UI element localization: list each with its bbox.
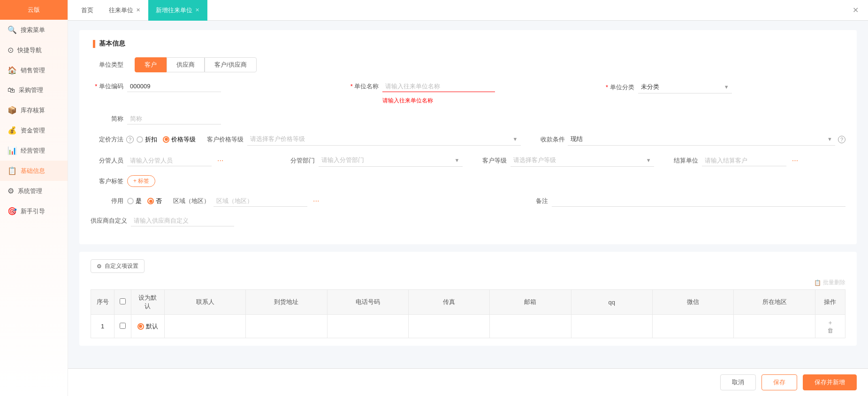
add-tag-button[interactable]: + 标签	[127, 175, 155, 187]
qq-input[interactable]	[576, 323, 648, 330]
clipboard-icon: 📋	[8, 166, 17, 175]
sidebar: 云版 🔍 搜索菜单 ⊙ 快捷导航 🏠 销售管理 🛍 采购管理 📦 库存核算 💰 …	[0, 0, 68, 396]
tab-transactions[interactable]: 往来单位 ✕	[101, 0, 148, 21]
tab-new-transaction[interactable]: 新增往来单位 ✕	[148, 0, 207, 21]
dept-field: 分管部门 请输入分管部门 ▼	[282, 154, 462, 167]
abbr-input[interactable]	[127, 113, 221, 124]
batch-delete-area: 📋 批量删除	[91, 279, 845, 287]
settlement-input[interactable]	[702, 155, 786, 166]
supplier-custom-row: 供应商自定义	[91, 215, 845, 226]
unit-type-supplier-btn[interactable]: 供应商	[167, 57, 205, 72]
pricing-row: 定价方法 ? 折扣 价格等级 客户价格等级	[91, 133, 845, 146]
row-checkbox[interactable]	[120, 323, 126, 329]
region-input[interactable]	[213, 195, 307, 207]
payment-help-icon[interactable]: ?	[838, 136, 845, 143]
contact-input[interactable]	[169, 323, 241, 330]
manager-input[interactable]	[127, 155, 212, 166]
address-input[interactable]	[251, 323, 322, 330]
sidebar-item-basic[interactable]: 📋 基础信息	[0, 161, 68, 181]
discount-label: 折扣	[145, 135, 157, 144]
customer-level-label: 客户等级	[474, 156, 507, 165]
customer-level-select[interactable]: 请选择客户等级 ▼	[510, 154, 654, 167]
disabled-row: 停用 是 否 区域（地区） ···	[91, 195, 845, 207]
disabled-radio-group: 是 否	[127, 197, 162, 205]
sidebar-item-purchase[interactable]: 🛍 采购管理	[0, 80, 68, 100]
unit-code-name-row: 单位编码 单位名称 请输入往来单位名称 单位分类 未分类 ▼	[91, 81, 845, 105]
add-row-icon[interactable]: ＋	[827, 319, 833, 326]
unit-type-both-btn[interactable]: 客户/供应商	[205, 57, 257, 72]
unit-type-customer-btn[interactable]: 客户	[135, 57, 167, 72]
sidebar-item-quick-nav[interactable]: ⊙ 快捷导航	[0, 40, 68, 60]
sidebar-item-operations[interactable]: 📊 经营管理	[0, 140, 68, 161]
sidebar-item-guide[interactable]: 🎯 新手引导	[0, 201, 68, 221]
unit-category-select[interactable]: 未分类 ▼	[638, 81, 732, 93]
unit-name-label: 单位名称	[346, 82, 379, 91]
abbr-field: 简称	[91, 113, 845, 124]
remark-input[interactable]	[552, 195, 846, 207]
discount-radio-dot	[137, 136, 143, 143]
custom-settings-button[interactable]: ⚙ 自定义项设置	[91, 259, 145, 273]
row-checkbox-cell	[114, 315, 131, 338]
row-region-cell	[734, 315, 815, 338]
payment-terms-field: 收款条件 现结 ▼ ?	[532, 133, 846, 146]
row-wechat-cell	[653, 315, 734, 338]
col-fax: 传真	[408, 290, 489, 315]
region-more-icon[interactable]: ···	[313, 197, 319, 205]
save-new-button[interactable]: 保存并新增	[803, 374, 857, 390]
sidebar-item-label: 库存核算	[21, 106, 45, 115]
customer-price-select[interactable]: 请选择客户价格等级 ▼	[247, 133, 521, 146]
settlement-more-icon[interactable]: ···	[792, 156, 798, 165]
section-title: ▐ 基本信息	[91, 39, 845, 48]
unit-code-input[interactable]	[127, 81, 221, 92]
window-close-button[interactable]: ✕	[849, 4, 862, 16]
cancel-button[interactable]: 取消	[720, 374, 756, 390]
tag-field: 客户标签 + 标签	[91, 175, 155, 187]
default-label: 默认	[146, 322, 158, 331]
wechat-input[interactable]	[657, 323, 729, 330]
pricing-discount-radio[interactable]: 折扣	[137, 135, 157, 144]
pricing-level-radio[interactable]: 价格等级	[163, 135, 196, 144]
no-radio-dot	[147, 198, 154, 204]
customer-level-placeholder: 请选择客户等级	[513, 156, 556, 164]
unit-name-input[interactable]	[382, 81, 495, 92]
select-all-checkbox[interactable]	[120, 298, 126, 304]
fax-input[interactable]	[413, 323, 485, 330]
tab-bar: 首页 往来单位 ✕ 新增往来单位 ✕ ✕	[68, 0, 868, 21]
col-num: 序号	[91, 290, 114, 315]
disabled-no-radio[interactable]: 否	[147, 197, 162, 205]
form-footer: 取消 保存 保存并新增	[68, 368, 868, 396]
default-radio[interactable]: 默认	[136, 322, 160, 331]
dept-select[interactable]: 请输入分管部门 ▼	[319, 154, 462, 167]
payment-terms-select[interactable]: 现结 ▼	[568, 133, 836, 146]
no-label: 否	[156, 197, 162, 205]
tab-new-transaction-close[interactable]: ✕	[195, 7, 199, 13]
sidebar-item-search[interactable]: 🔍 搜索菜单	[0, 20, 68, 40]
delete-row-icon[interactable]: 🗑	[827, 327, 833, 334]
save-button[interactable]: 保存	[761, 374, 797, 390]
manager-field: 分管人员 ···	[91, 155, 271, 166]
region-field: 区域（地区） ···	[173, 195, 504, 207]
disabled-yes-radio[interactable]: 是	[127, 197, 142, 205]
sidebar-item-sales[interactable]: 🏠 销售管理	[0, 60, 68, 80]
customer-price-placeholder: 请选择客户价格等级	[250, 135, 305, 143]
supplier-custom-input[interactable]	[131, 215, 234, 226]
batch-delete-label[interactable]: 批量删除	[823, 279, 845, 287]
region-table-input[interactable]	[739, 323, 810, 330]
email-input[interactable]	[495, 323, 566, 330]
remark-label: 备注	[515, 197, 548, 205]
pricing-help-icon[interactable]: ?	[126, 136, 134, 143]
row-default-cell: 默认	[131, 315, 165, 338]
yes-radio-dot	[127, 198, 134, 204]
chevron-down-icon: ▼	[513, 136, 518, 142]
phone-input[interactable]	[332, 323, 404, 330]
sidebar-item-system[interactable]: ⚙ 系统管理	[0, 181, 68, 201]
tab-transactions-close[interactable]: ✕	[136, 7, 140, 13]
sidebar-item-finance[interactable]: 💰 资金管理	[0, 120, 68, 140]
sidebar-item-label: 采购管理	[19, 86, 43, 94]
default-radio-dot	[137, 323, 144, 330]
manager-more-icon[interactable]: ···	[217, 156, 223, 165]
money-icon: 💰	[8, 126, 17, 135]
section-title-text: 基本信息	[99, 39, 125, 48]
tab-home[interactable]: 首页	[74, 0, 101, 21]
sidebar-item-inventory[interactable]: 📦 库存核算	[0, 100, 68, 120]
